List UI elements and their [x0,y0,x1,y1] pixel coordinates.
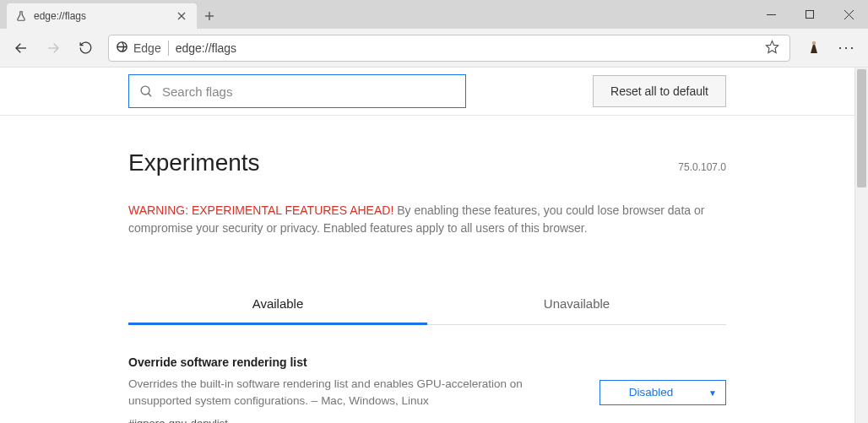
address-bar[interactable]: Edge edge://flags [108,35,790,62]
separator [168,41,169,56]
flag-anchor[interactable]: #ignore-gpu-denylist [128,417,228,424]
page-content: Reset all to default Experiments 75.0.10… [0,68,854,423]
close-icon[interactable] [175,9,188,23]
warning-text: WARNING: EXPERIMENTAL FEATURES AHEAD! By… [128,202,726,237]
close-window-button[interactable] [829,0,868,29]
version-text: 75.0.107.0 [678,161,726,173]
title-bar: edge://flags [0,0,868,29]
flag-state-select[interactable]: Disabled [599,380,726,405]
edge-icon [116,41,128,56]
page-title: Experiments [128,149,260,176]
maximize-button[interactable] [790,0,829,29]
navigation-toolbar: Edge edge://flags ··· [0,29,868,68]
svg-point-13 [141,86,149,95]
svg-marker-11 [766,41,778,52]
search-icon [139,84,154,99]
forward-button[interactable] [39,34,68,62]
flag-item: Override software rendering list Overrid… [128,355,726,423]
new-tab-button[interactable] [197,3,222,29]
tab-title: edge://flags [34,10,168,22]
tab-available[interactable]: Available [128,285,427,325]
back-button[interactable] [7,34,35,62]
warning-prefix: WARNING: EXPERIMENTAL FEATURES AHEAD! [128,203,393,217]
reset-all-button[interactable]: Reset all to default [593,75,726,107]
url-text: edge://flags [176,41,755,55]
flag-state-value: Disabled [629,386,674,399]
flask-icon [15,10,27,22]
browser-name: Edge [133,41,161,55]
favorites-icon[interactable] [762,40,783,57]
more-icon[interactable]: ··· [833,34,861,62]
flag-description: Overrides the built-in software renderin… [128,376,574,410]
search-input[interactable] [162,84,455,99]
flags-tabs: Available Unavailable [128,285,726,325]
browser-tab[interactable]: edge://flags [7,3,197,29]
scrollbar[interactable] [854,68,868,423]
scrollbar-thumb[interactable] [857,69,866,187]
browser-identity: Edge [116,41,161,56]
profile-avatar[interactable] [804,38,824,58]
minimize-button[interactable] [751,0,790,29]
tab-unavailable[interactable]: Unavailable [427,285,726,325]
svg-line-14 [149,93,152,96]
window-controls [751,0,868,29]
refresh-button[interactable] [71,34,100,62]
flag-title: Override software rendering list [128,355,574,369]
svg-point-12 [812,41,816,44]
svg-rect-5 [806,11,814,19]
search-flags[interactable] [128,74,466,108]
search-row: Reset all to default [0,68,854,116]
